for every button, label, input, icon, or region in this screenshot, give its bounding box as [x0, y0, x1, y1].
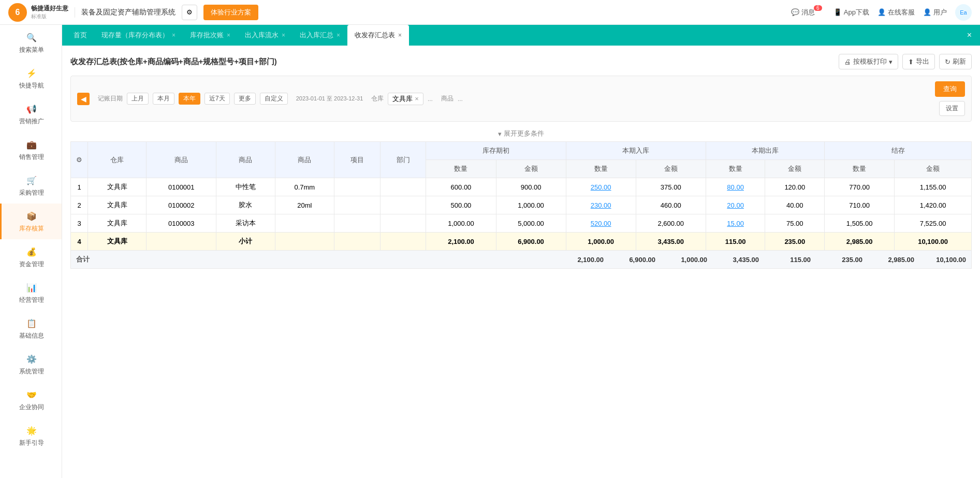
cell-out-qty-link[interactable]: 80.00	[727, 183, 744, 191]
print-icon: 🖨	[844, 58, 851, 66]
warehouse-tag-close[interactable]: ×	[415, 95, 419, 103]
date-range: 2023-01-01 至 2023-12-31	[296, 95, 363, 103]
cell-in-qty-link[interactable]: 250.00	[591, 183, 611, 191]
cell-out-amt: 120.00	[765, 178, 825, 196]
table-row: 3文具库0100003采访本1,000.005,000.00520.002,60…	[71, 214, 972, 233]
tab-home-label: 首页	[74, 31, 87, 40]
cell-in-qty-link[interactable]: 230.00	[591, 201, 611, 209]
cell-code: 0100003	[147, 214, 216, 233]
tab-batch-close[interactable]: ×	[227, 32, 230, 39]
sidebar-item-collab[interactable]: 🤝 企业协同	[0, 382, 62, 418]
date-prev-month[interactable]: 上月	[127, 93, 149, 105]
print-dropdown-icon: ▾	[889, 58, 893, 66]
refresh-button[interactable]: ↻ 刷新	[939, 54, 972, 69]
cell-in-qty-link[interactable]: 520.00	[591, 220, 611, 227]
col-in-amt-header: 金额	[636, 160, 706, 178]
warehouse-tag-name: 文具库	[392, 94, 413, 104]
sidebar-label-system: 系统管理	[19, 367, 44, 376]
tab-recv-send-close[interactable]: ×	[398, 32, 402, 39]
set-button[interactable]: 设置	[939, 101, 965, 116]
cell-out-qty-link[interactable]: 15.00	[727, 220, 744, 227]
query-button[interactable]: 查询	[935, 81, 965, 97]
date-7days[interactable]: 近7天	[204, 93, 230, 105]
cell-in-qty[interactable]: 230.00	[566, 196, 636, 214]
product-label: 商品	[441, 94, 454, 103]
message-action[interactable]: 💬 消息 6	[791, 8, 825, 17]
tab-home[interactable]: 首页	[66, 25, 94, 46]
online-service-action[interactable]: 👤 在线客服	[877, 8, 915, 17]
cell-out-qty[interactable]: 80.00	[706, 178, 765, 196]
cell-no: 1	[71, 178, 88, 196]
cell-out-amt: 40.00	[765, 196, 825, 214]
sidebar-label-finance: 资金管理	[19, 260, 44, 269]
warehouse-tag: 文具库 ×	[388, 93, 423, 105]
col-in-header: 本期入库	[566, 142, 706, 160]
sidebar-item-finance[interactable]: 💰 资金管理	[0, 239, 62, 275]
cell-in-qty[interactable]: 520.00	[566, 214, 636, 233]
cell-out-amt: 235.00	[765, 233, 825, 251]
sidebar-item-guide[interactable]: 🌟 新手引导	[0, 418, 62, 454]
cell-project	[334, 178, 381, 196]
sidebar-label-operations: 经营管理	[19, 296, 44, 305]
product-more[interactable]: ...	[458, 95, 463, 103]
print-button[interactable]: 🖨 按模板打印 ▾	[839, 54, 898, 69]
refresh-icon: ↻	[945, 58, 950, 66]
filter-warehouse-group: 仓库 文具库 × ...	[371, 93, 433, 105]
sales-icon: 💼	[25, 138, 38, 151]
date-more[interactable]: 更多	[234, 93, 256, 105]
table-row: 1文具库0100001中性笔0.7mm600.00900.00250.00375…	[71, 178, 972, 196]
user-action[interactable]: 👤 用户	[923, 8, 947, 17]
filter-collapse-button[interactable]: ◀	[77, 93, 90, 105]
sidebar-item-sales[interactable]: 💼 销售管理	[0, 132, 62, 168]
message-label: 消息	[801, 8, 815, 17]
col-settings[interactable]: ⚙	[71, 142, 88, 178]
inventory-icon: 📦	[25, 210, 38, 222]
export-button[interactable]: ⬆ 导出	[902, 54, 935, 69]
sidebar-item-purchase[interactable]: 🛒 采购管理	[0, 168, 62, 204]
sidebar-item-inventory[interactable]: 📦 库存核算	[0, 204, 62, 239]
sidebar-item-basic-info[interactable]: 📋 基础信息	[0, 311, 62, 346]
cell-out-qty[interactable]: 15.00	[706, 214, 765, 233]
tab-recv-send[interactable]: 收发存汇总表 ×	[347, 25, 409, 46]
tab-batch[interactable]: 库存批次账 ×	[183, 25, 238, 46]
date-cur-month[interactable]: 本月	[153, 93, 174, 105]
purchase-icon: 🛒	[25, 174, 38, 186]
sidebar-item-quick[interactable]: ⚡ 快捷导航	[0, 61, 62, 96]
tab-flow[interactable]: 出入库流水 ×	[238, 25, 292, 46]
cell-bal-qty: 2,985.00	[825, 233, 895, 251]
expand-label: 展开更多条件	[504, 129, 544, 138]
tab-stock-distribution-close[interactable]: ×	[172, 32, 175, 39]
sidebar-item-search[interactable]: 🔍 搜索菜单	[0, 25, 62, 61]
cell-init-qty: 500.00	[426, 196, 496, 214]
cell-warehouse: 文具库	[88, 233, 147, 251]
sidebar-item-marketing[interactable]: 📢 营销推广	[0, 96, 62, 132]
warehouse-more[interactable]: ...	[428, 95, 433, 103]
tab-summary[interactable]: 出入库汇总 ×	[292, 25, 347, 46]
tab-summary-close[interactable]: ×	[337, 32, 340, 39]
try-button[interactable]: 体验行业方案	[203, 5, 258, 20]
sidebar-item-system[interactable]: ⚙️ 系统管理	[0, 346, 62, 382]
footer-init-amt: 6,900.00	[614, 256, 655, 264]
sidebar-item-operations[interactable]: 📊 经营管理	[0, 275, 62, 311]
settings-button[interactable]: ⚙	[182, 5, 197, 20]
cell-out-qty: 115.00	[706, 233, 765, 251]
export-icon: ⬆	[908, 58, 914, 66]
sidebar-label-collab: 企业协同	[19, 403, 44, 412]
footer-bal-qty: 2,985.00	[873, 256, 914, 264]
cell-in-qty[interactable]: 250.00	[566, 178, 636, 196]
cell-out-qty[interactable]: 20.00	[706, 196, 765, 214]
tab-flow-close[interactable]: ×	[282, 32, 285, 39]
filter-date-group: 记账日期 上月 本月 本年 近7天 更多 自定义	[98, 93, 288, 105]
date-custom[interactable]: 自定义	[260, 93, 288, 105]
date-cur-year[interactable]: 本年	[179, 93, 200, 105]
message-badge: 6	[814, 5, 822, 11]
cell-product: 小计	[216, 233, 275, 251]
tab-bar-close[interactable]: ×	[963, 31, 976, 40]
app-download-action[interactable]: 📱 App下载	[833, 8, 869, 17]
sidebar: 🔍 搜索菜单 ⚡ 快捷导航 📢 营销推广 💼 销售管理 🛒 采购管理 📦 库存核…	[0, 25, 62, 478]
online-service-label: 在线客服	[888, 8, 915, 17]
tab-stock-distribution[interactable]: 现存量（库存分布表） ×	[94, 25, 183, 46]
expand-button[interactable]: ▾ 展开更多条件	[498, 129, 544, 138]
cell-out-qty-link[interactable]: 20.00	[727, 201, 744, 209]
cell-product: 胶水	[216, 196, 275, 214]
